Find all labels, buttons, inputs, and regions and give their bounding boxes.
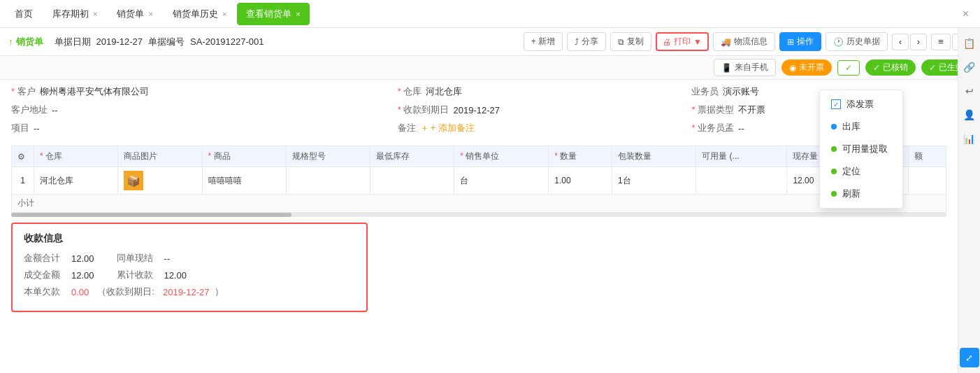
same-order-value: -- — [164, 253, 171, 264]
warehouse-value: 河北仓库 — [426, 85, 510, 98]
tab-inventory-label: 库存期初 — [52, 8, 89, 20]
staff2-label: 业务员孟 — [691, 122, 734, 134]
cumulative-value: 12.00 — [164, 270, 187, 281]
copy-button[interactable]: ⧉ 复制 — [610, 32, 651, 51]
col-product: * 商品 — [202, 146, 286, 167]
col-warehouse: * 仓库 — [34, 146, 118, 167]
col-pack-qty: 包装数量 — [612, 146, 696, 167]
new-button[interactable]: + 新增 — [524, 32, 563, 51]
payment-date-field: 收款到期日 2019-12-27 — [398, 104, 675, 116]
row-pack-qty: 1台 — [612, 167, 696, 195]
logistics-icon: 🚚 — [721, 37, 731, 47]
scroll-indicator[interactable] — [11, 213, 946, 217]
project-label: 项目 — [11, 122, 29, 134]
col-available: 可用量 (... — [696, 146, 787, 167]
from-phone-button[interactable]: 📱 来自手机 — [714, 59, 776, 76]
toolbar-right: + 新增 ⤴ 分享 ⧉ 复制 🖨 打印 ▼ 🚚 物流信息 — [524, 32, 972, 51]
sidebar-icon-undo[interactable]: ↩ — [960, 81, 979, 101]
sidebar-icon-chart[interactable]: 📊 — [960, 129, 979, 148]
dot-green-icon-1 — [831, 146, 837, 152]
total-field: 金额合计 12.00 — [24, 252, 94, 265]
dropdown-refresh[interactable]: 刷新 — [820, 183, 902, 205]
print-arrow: ▼ — [693, 37, 702, 47]
table-wrapper: ⚙ * 仓库 商品图片 * 商品 规格型号 最低库存 * 销售单位 * 数量 包… — [11, 146, 946, 213]
no-value: SA-20191227-001 — [190, 36, 264, 47]
payment-row-1: 金额合计 12.00 同单现结 -- — [24, 252, 355, 265]
confirmed-button[interactable]: ✓ 已核销 — [865, 59, 916, 76]
tab-sales-order[interactable]: 销货单 × — [108, 3, 161, 25]
confirm-icon-btn[interactable]: ✓ — [837, 60, 860, 76]
dropdown-locate[interactable]: 定位 — [820, 160, 902, 183]
tab-sales-history[interactable]: 销货单历史 × — [164, 3, 236, 25]
col-spec: 规格型号 — [286, 146, 370, 167]
window-close-button[interactable]: × — [957, 5, 974, 23]
phone-icon: 📱 — [721, 63, 732, 73]
total-value: 12.00 — [71, 253, 94, 264]
col-unit: * 销售单位 — [454, 146, 549, 167]
project-field: 项目 -- — [11, 122, 381, 134]
col-qty: * 数量 — [549, 146, 612, 167]
transaction-field: 成交金额 12.00 — [24, 269, 94, 281]
arrears-value: 0.00 — [71, 287, 89, 297]
ticket-type-label: 票据类型 — [691, 104, 734, 116]
scroll-thumb — [11, 213, 291, 217]
tab-inventory-init[interactable]: 库存期初 × — [43, 3, 106, 25]
arrears-note: （收款到期日: — [97, 286, 154, 298]
sidebar-icon-expand[interactable]: ⤢ — [960, 348, 979, 367]
dot-green-icon-3 — [831, 191, 837, 197]
tab-inventory-close[interactable]: × — [93, 10, 97, 18]
sidebar-icon-link[interactable]: 🔗 — [960, 57, 979, 77]
tab-view-sales[interactable]: 查看销货单 × — [237, 3, 309, 25]
payment-row-3: 本单欠款 0.00 （收款到期日: 2019-12-27 ） — [24, 286, 355, 298]
same-order-field: 同单现结 -- — [117, 252, 171, 265]
payment-row-2: 成交金额 12.00 累计收款 12.00 — [24, 269, 355, 281]
copy-label: 复制 — [627, 36, 644, 48]
subtotal-row: 小计 — [12, 195, 946, 213]
tab-sales-close[interactable]: × — [148, 10, 152, 18]
logistics-label: 物流信息 — [734, 36, 768, 48]
no-label: 单据编号 — [148, 36, 185, 48]
ticket-type-value: 不开票 — [738, 104, 822, 116]
next-button[interactable]: › — [910, 34, 927, 50]
sidebar-icon-user[interactable]: 👤 — [960, 105, 979, 125]
confirmed-icon: ✓ — [873, 63, 880, 73]
add-note-button[interactable]: ＋ + 添加备注 — [420, 122, 475, 134]
date-value: 2019-12-27 — [96, 36, 143, 47]
row-image: 📦 — [118, 167, 202, 195]
col-min-stock: 最低库存 — [370, 146, 454, 167]
staff-value: 演示账号 — [723, 85, 807, 98]
col-amount: 额 — [909, 146, 946, 167]
dropdown-available-pick[interactable]: 可用量提取 — [820, 138, 902, 160]
tab-history-label: 销货单历史 — [173, 8, 218, 20]
tab-home[interactable]: 首页 — [6, 3, 42, 25]
refresh-label: 刷新 — [842, 188, 860, 200]
payment-section: 收款信息 金额合计 12.00 同单现结 -- 成交金额 12.00 累计收款 — [11, 223, 368, 312]
dropdown-add-invoice[interactable]: ✓ 添发票 — [820, 93, 902, 115]
add-invoice-label: 添发票 — [846, 98, 874, 111]
arrears-field: 本单欠款 0.00 （收款到期日: 2019-12-27 ） — [24, 286, 224, 298]
history-button[interactable]: 🕐 历史单据 — [826, 32, 888, 51]
share-button[interactable]: ⤴ 分享 — [567, 32, 606, 51]
col-image: 商品图片 — [118, 146, 202, 167]
tab-view-close[interactable]: × — [296, 10, 300, 18]
list-view-button[interactable]: ≡ — [931, 34, 951, 50]
main-content: ↑ 销货单 单据日期 2019-12-27 单据编号 SA-20191227-0… — [0, 28, 980, 373]
sidebar-icon-clipboard[interactable]: 📋 — [960, 34, 979, 53]
dropdown-out-warehouse[interactable]: 出库 — [820, 115, 902, 138]
print-button[interactable]: 🖨 打印 ▼ — [656, 32, 709, 51]
not-open-button[interactable]: ◉ 未开票 — [781, 59, 832, 76]
cumulative-field: 累计收款 12.00 — [117, 269, 187, 281]
payment-date-label: 收款到期日 — [398, 104, 449, 116]
tab-bar: 首页 库存期初 × 销货单 × 销货单历史 × 查看销货单 × × — [0, 0, 980, 28]
tab-view-label: 查看销货单 — [246, 8, 291, 20]
customer-label: 客户 — [11, 85, 36, 98]
checkbox-icon: ✓ — [831, 99, 841, 109]
col-settings[interactable]: ⚙ — [12, 146, 34, 167]
tab-history-close[interactable]: × — [222, 10, 226, 18]
dot-blue-icon — [831, 124, 837, 129]
logistics-button[interactable]: 🚚 物流信息 — [713, 32, 775, 51]
row-product: 嘻嘻嘻嘻 — [202, 167, 286, 195]
copy-icon: ⧉ — [618, 37, 624, 47]
operate-button[interactable]: ⊞ 操作 — [779, 32, 821, 51]
prev-button[interactable]: ‹ — [892, 34, 909, 50]
